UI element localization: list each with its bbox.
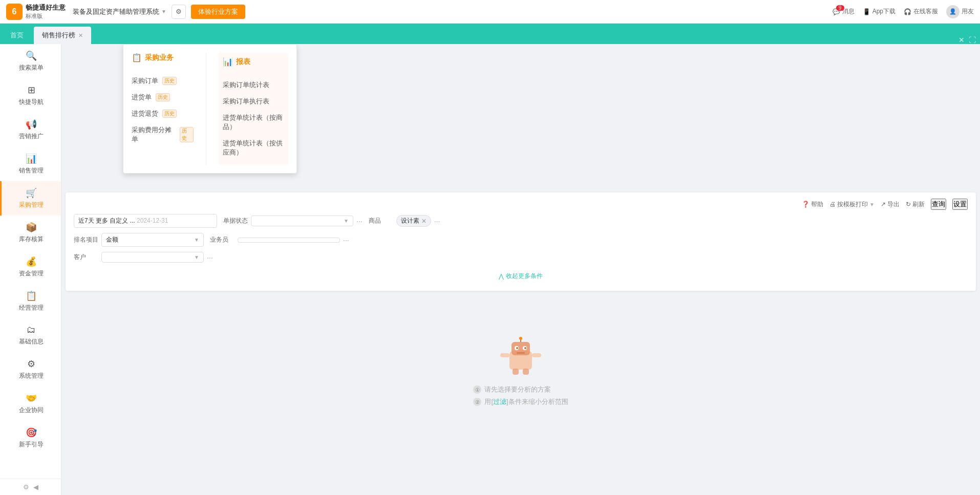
avatar-icon: 👤 (949, 8, 956, 15)
svg-rect-10 (523, 369, 529, 375)
sidebar-settings-icon[interactable]: ⚙ (23, 483, 29, 491)
dropdown-purchase-title: 📋 采购业务 (132, 53, 194, 67)
quick-nav-icon: ⊞ (28, 84, 35, 96)
customer-dots[interactable]: ··· (207, 253, 213, 262)
sidebar-item-finance[interactable]: 💰 资金管理 (0, 250, 61, 284)
newbie-icon: 🎯 (26, 427, 37, 438)
dropdown-arrow-icon: ▼ (161, 9, 166, 14)
filter-rank-item-select[interactable]: 金额 ▼ (101, 233, 204, 247)
header-right: 💬 9 消息 📱 App下载 🎧 在线客服 👤 用友 (833, 5, 974, 18)
dropdown-item-inbound-stat-goods[interactable]: 进货单统计表（按商品） (223, 110, 285, 135)
filter-row-1: 近7天 更多 自定义 ... 2024-12-31 单据状态 ▼ ··· 商品 … (74, 214, 968, 228)
settings-button[interactable]: 设置 (952, 199, 968, 210)
collapse-btn[interactable]: ⋀ 收起更多条件 (74, 268, 968, 285)
filter-voucher-status-select[interactable]: ▼ (251, 216, 353, 226)
help-btn[interactable]: ❓ 帮助 (802, 200, 823, 209)
goods-dots[interactable]: ··· (434, 217, 440, 225)
voucher-status-dots[interactable]: ··· (356, 217, 363, 225)
purchase-dropdown-menu: 📋 采购业务 采购订单 历史 进货单 历史 进货退货 历史 采购费用分摊单 (123, 44, 297, 174)
sidebar-bottom: ⚙ ◀ (0, 479, 61, 495)
top-header: 6 畅捷通好生意 标准版 装备及固定资产辅助管理系统 ▼ ⚙ 体验行业方案 💬 … (0, 0, 980, 24)
dropdown-col-divider (206, 53, 206, 165)
tab-home[interactable]: 首页 (2, 27, 32, 44)
logo-text: 畅捷通好生意 标准版 (26, 4, 66, 19)
mobile-icon: 📱 (863, 8, 870, 15)
filter-panel: ❓ 帮助 🖨 按模板打印 ▼ ↗ 导出 ↻ 刷新 查询 设置 (66, 192, 976, 291)
filter-customer-cell: 客户 ▼ ··· (74, 252, 213, 263)
sales-icon: 📊 (26, 153, 37, 164)
filter-salesperson-cell: 业务员 ··· (210, 235, 349, 244)
tab-bar-expand-icon[interactable]: ⛶ (969, 36, 976, 44)
filter-row-3: 客户 ▼ ··· (74, 252, 968, 263)
filter-goods-cell: 商品 设计素 ✕ ··· (369, 215, 471, 227)
stock-icon: 📦 (26, 222, 37, 233)
report-col-icon: 📊 (223, 57, 233, 67)
svg-point-5 (524, 347, 526, 349)
dropdown-item-inbound-return[interactable]: 进货退货 历史 (132, 105, 194, 122)
filter-goods-tag: 设计素 ✕ (396, 215, 431, 227)
sidebar-item-system[interactable]: ⚙ 系统管理 (0, 352, 61, 386)
sidebar-collapse-icon[interactable]: ◀ (33, 483, 38, 491)
sidebar-item-newbie[interactable]: 🎯 新手引导 (0, 421, 61, 455)
tab-bar-right: ✕ ⛶ (958, 36, 980, 44)
tab-bar-close-icon[interactable]: ✕ (958, 36, 965, 44)
tab-bar: 首页 销售排行榜 ✕ ✕ ⛶ (0, 24, 980, 44)
help-icon: ❓ (802, 201, 809, 208)
app-download-btn[interactable]: 📱 App下载 (863, 7, 896, 16)
goods-tag-remove[interactable]: ✕ (421, 218, 427, 225)
dropdown-item-inbound[interactable]: 进货单 历史 (132, 89, 194, 105)
headset-icon: 🎧 (904, 8, 911, 15)
sidebar-item-stock[interactable]: 📦 库存核算 (0, 216, 61, 250)
purchase-col-icon: 📋 (132, 53, 142, 62)
online-service-btn[interactable]: 🎧 在线客服 (904, 7, 938, 16)
refresh-btn[interactable]: ↻ 刷新 (906, 200, 925, 209)
logo-icon: 6 (6, 4, 23, 20)
export-icon: ↗ (881, 201, 886, 208)
svg-rect-9 (513, 369, 519, 375)
dropdown-item-purchase-expense[interactable]: 采购费用分摊单 历史 (132, 122, 194, 147)
enterprise-icon: 🤝 (26, 393, 37, 404)
sidebar-item-marketing[interactable]: 📢 营销推广 (0, 113, 61, 147)
dropdown-item-purchase-order[interactable]: 采购订单 历史 (132, 73, 194, 89)
svg-rect-7 (500, 353, 509, 357)
message-btn[interactable]: 💬 9 消息 (833, 7, 855, 16)
filter-customer-select[interactable]: ▼ (101, 252, 204, 263)
tab-close-icon[interactable]: ✕ (78, 32, 83, 39)
sidebar-item-sales[interactable]: 📊 销售管理 (0, 147, 61, 181)
sidebar-item-enterprise[interactable]: 🤝 企业协同 (0, 386, 61, 421)
query-button[interactable]: 查询 (931, 199, 946, 210)
search-icon: 🔍 (26, 50, 37, 61)
dropdown-item-po-stat[interactable]: 采购订单统计表 (223, 77, 285, 93)
empty-hint-1: ① 请先选择要分析的方案 (473, 385, 568, 394)
svg-rect-8 (532, 353, 541, 357)
empty-state: ① 请先选择要分析的方案 ② 用[过滤]条件来缩小分析范围 (61, 295, 980, 450)
industry-btn[interactable]: 体验行业方案 (191, 5, 245, 19)
sidebar-item-search[interactable]: 🔍 搜索菜单 (0, 44, 61, 78)
export-btn[interactable]: ↗ 导出 (881, 200, 900, 209)
filter-salesperson-select[interactable] (238, 238, 340, 243)
print-btn[interactable]: 🖨 按模板打印 ▼ (829, 200, 875, 209)
sidebar-item-quick-nav[interactable]: ⊞ 快捷导航 (0, 78, 61, 113)
sidebar-item-purchase[interactable]: 🛒 采购管理 (0, 181, 61, 216)
sidebar-item-base[interactable]: 🗂 基础信息 (0, 318, 61, 352)
sidebar-item-ops[interactable]: 📋 经营管理 (0, 284, 61, 318)
refresh-icon: ↻ (906, 201, 911, 208)
dropdown-item-po-exec[interactable]: 采购订单执行表 (223, 93, 285, 110)
sidebar: 🔍 搜索菜单 ⊞ 快捷导航 📢 营销推广 📊 销售管理 🛒 采购管理 📦 库存核… (0, 44, 61, 495)
print-icon: 🖨 (829, 201, 836, 208)
filter-date-select[interactable]: 近7天 更多 自定义 ... 2024-12-31 (74, 214, 217, 228)
filter-toolbar: ❓ 帮助 🖨 按模板打印 ▼ ↗ 导出 ↻ 刷新 查询 设置 (74, 199, 968, 210)
system-title-dropdown[interactable]: 装备及固定资产辅助管理系统 ▼ (73, 7, 166, 16)
marketing-icon: 📢 (26, 119, 37, 130)
filter-date-cell: 近7天 更多 自定义 ... 2024-12-31 (74, 214, 217, 228)
ops-icon: 📋 (26, 290, 37, 302)
gear-btn[interactable]: ⚙ (172, 5, 186, 19)
gear-icon: ⚙ (176, 8, 182, 15)
svg-point-4 (516, 347, 518, 349)
salesperson-dots[interactable]: ··· (343, 236, 349, 244)
empty-illustration (495, 336, 546, 377)
user-avatar-btn[interactable]: 👤 用友 (946, 5, 974, 18)
tab-sales-ranking[interactable]: 销售排行榜 ✕ (34, 27, 91, 44)
empty-text-list: ① 请先选择要分析的方案 ② 用[过滤]条件来缩小分析范围 (473, 385, 568, 410)
dropdown-item-inbound-stat-supplier[interactable]: 进货单统计表（按供应商） (223, 135, 285, 161)
